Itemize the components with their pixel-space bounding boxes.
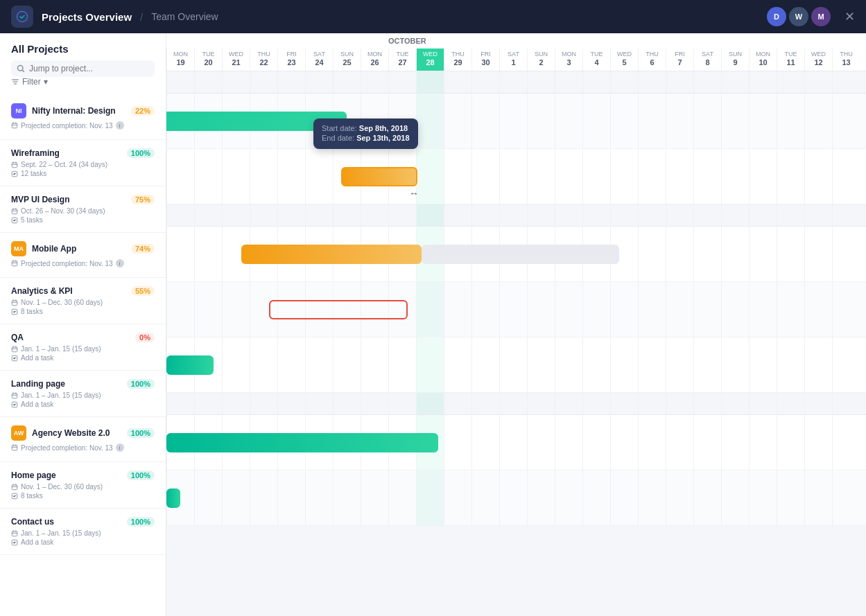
project-name-ni: Nifty Internal: Design <box>32 106 125 116</box>
day-col-7: FRI7 <box>666 49 693 71</box>
day-col-12: WED12 <box>804 49 832 71</box>
sidebar-title: All Projects <box>11 43 155 55</box>
gantt-row-0 <box>166 71 866 94</box>
calendar-icon <box>11 444 18 451</box>
day-col-27: TUE27 <box>388 49 416 71</box>
calendar-icon <box>11 392 18 399</box>
tasks-icon <box>11 217 18 224</box>
calendar-icon <box>11 530 18 537</box>
gantt-row-9 <box>166 470 866 526</box>
project-item-ma[interactable]: MA Mobile App 74% Projected completion: … <box>0 233 166 278</box>
project-pct-wireframing: 100% <box>127 148 155 158</box>
calendar-icon <box>11 346 18 353</box>
project-meta-homepage: Nov. 1 – Dec. 30 (60 days) <box>11 483 155 491</box>
project-item-landing[interactable]: Landing page 100% Jan. 1 – Jan. 15 (15 d… <box>0 371 166 417</box>
project-pct-landing: 100% <box>127 379 155 389</box>
project-meta-analytics: Nov. 1 – Dec. 30 (60 days) <box>11 299 155 306</box>
project-meta-contact: Jan. 1 – Jan. 15 (15 days) <box>11 529 155 537</box>
tasks-icon <box>11 493 18 500</box>
gantt-bar[interactable] <box>166 489 180 508</box>
svg-rect-17 <box>12 531 17 536</box>
main-layout: All Projects Filter ▾ NI Nifty Internal <box>0 33 866 616</box>
project-meta-ma: Projected completion: Nov. 13 i <box>11 259 155 267</box>
gantt-bar[interactable] <box>241 245 422 264</box>
project-pct-contact: 100% <box>127 517 155 527</box>
gantt-bar[interactable] <box>166 433 438 452</box>
project-pct-homepage: 100% <box>127 470 155 480</box>
gantt-bar[interactable] <box>269 300 408 319</box>
project-name-contact: Contact us <box>11 517 121 527</box>
project-meta-landing: Jan. 1 – Jan. 15 (15 days) <box>11 391 155 399</box>
project-name-qa: QA <box>11 333 130 342</box>
svg-rect-3 <box>12 162 17 167</box>
project-item-homepage[interactable]: Home page 100% Nov. 1 – Dec. 30 (60 days… <box>0 462 166 509</box>
avatar-d[interactable]: D <box>767 7 786 26</box>
timeline-header: OCTOBER MON19TUE20WED21THU22FRI23SAT24SU… <box>166 33 866 71</box>
day-col-10: MON10 <box>749 49 777 71</box>
day-col-3: MON3 <box>555 49 582 71</box>
project-item-mvp[interactable]: MVP UI Design 75% Oct. 26 – Nov. 30 (34 … <box>0 186 166 233</box>
project-pct-aw: 100% <box>127 428 155 438</box>
header-separator: / <box>140 11 143 23</box>
sidebar-header: All Projects Filter ▾ <box>0 33 166 95</box>
team-overview-link[interactable]: Team Overview <box>151 11 218 22</box>
month-label: OCTOBER <box>166 37 435 45</box>
project-avatar-aw: AW <box>11 425 26 441</box>
gantt-row-8 <box>166 415 866 470</box>
project-name-ma: Mobile App <box>32 244 125 254</box>
gantt-bar[interactable]: Start date: Sep 8th, 2018 End date: Sep … <box>341 167 417 186</box>
calendar-icon <box>11 161 18 168</box>
project-meta-mvp: Oct. 26 – Nov. 30 (34 days) <box>11 207 155 215</box>
filter-icon <box>11 78 19 86</box>
project-item-wireframing[interactable]: Wireframing 100% Sept. 22 – Oct. 24 (34 … <box>0 140 166 186</box>
project-pct-analytics: 55% <box>131 286 155 296</box>
project-item-ni[interactable]: NI Nifty Internal: Design 22% Projected … <box>0 95 166 140</box>
app-header: Projects Overview / Team Overview D W M … <box>0 0 866 33</box>
day-col-19: MON19 <box>166 49 194 71</box>
search-bar[interactable] <box>11 60 155 77</box>
close-button[interactable]: ✕ <box>845 9 855 24</box>
day-col-8: SAT8 <box>693 49 721 71</box>
project-avatar-ni: NI <box>11 103 26 118</box>
day-col-2: SUN2 <box>527 49 555 71</box>
logo <box>11 6 33 28</box>
app-title: Projects Overview <box>42 11 132 23</box>
project-name-wireframing: Wireframing <box>11 148 121 158</box>
gantt-bar[interactable] <box>422 245 619 264</box>
gantt-row-1 <box>166 94 866 149</box>
calendar-icon <box>11 260 18 267</box>
project-pct-ni: 22% <box>131 106 155 116</box>
svg-point-0 <box>17 12 28 22</box>
sidebar: All Projects Filter ▾ NI Nifty Internal <box>0 33 166 616</box>
project-name-analytics: Analytics & KPI <box>11 286 125 296</box>
day-col-13: THU13 <box>832 49 860 71</box>
month-row: OCTOBER <box>166 33 866 49</box>
gantt-bar[interactable] <box>166 355 214 375</box>
avatar-m[interactable]: M <box>811 7 831 26</box>
filter-button[interactable]: Filter ▾ <box>11 77 155 89</box>
day-col-28: WED28 <box>416 49 444 71</box>
gantt-row-7 <box>166 393 866 415</box>
days-row: MON19TUE20WED21THU22FRI23SAT24SUN25MON26… <box>166 49 866 71</box>
project-item-contact[interactable]: Contact us 100% Jan. 1 – Jan. 15 (15 day… <box>0 509 166 555</box>
day-col-5: WED5 <box>610 49 638 71</box>
tasks-icon <box>11 539 18 546</box>
avatar-w[interactable]: W <box>789 7 808 26</box>
project-name-mvp: MVP UI Design <box>11 195 125 204</box>
project-tasks-wireframing: 12 tasks <box>11 170 155 177</box>
search-input[interactable] <box>29 64 149 73</box>
day-col-25: SUN25 <box>333 49 361 71</box>
project-name-homepage: Home page <box>11 470 121 480</box>
svg-rect-5 <box>12 209 17 213</box>
project-pct-mvp: 75% <box>131 195 155 204</box>
project-item-analytics[interactable]: Analytics & KPI 55% Nov. 1 – Dec. 30 (60… <box>0 278 166 324</box>
calendar-icon <box>11 208 18 215</box>
project-item-aw[interactable]: AW Agency Website 2.0 100% Projected com… <box>0 417 166 462</box>
project-tasks-homepage: 8 tasks <box>11 492 155 500</box>
svg-rect-10 <box>12 346 17 351</box>
avatar-group: D W M <box>767 7 831 26</box>
tasks-icon <box>11 355 18 362</box>
gantt-main[interactable]: OCTOBER MON19TUE20WED21THU22FRI23SAT24SU… <box>166 33 866 616</box>
svg-rect-15 <box>12 484 17 489</box>
project-item-qa[interactable]: QA 0% Jan. 1 – Jan. 15 (15 days) Add a t… <box>0 324 166 371</box>
